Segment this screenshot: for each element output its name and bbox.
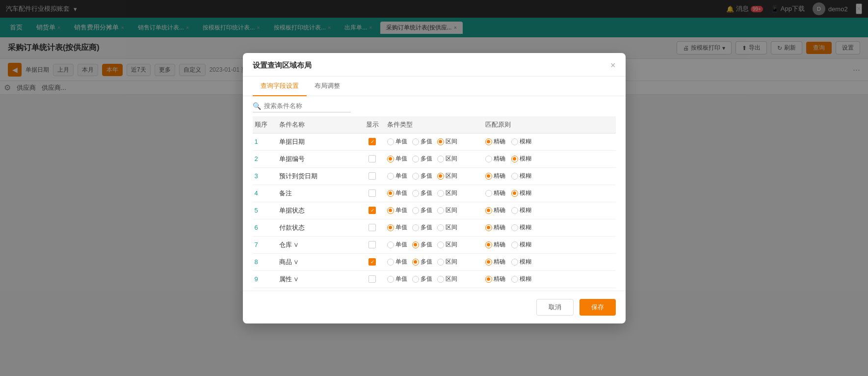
- row-name: 备注: [279, 189, 358, 198]
- condition-type-multi[interactable]: 多值: [412, 206, 432, 215]
- radio-circle-range: [437, 190, 444, 197]
- condition-type-multi[interactable]: 多值: [412, 189, 432, 197]
- condition-type-range[interactable]: 区间: [437, 155, 457, 163]
- table-row: 3预计到货日期单值多值区间精确模糊: [253, 168, 616, 185]
- match-rule-group: 精确模糊: [485, 241, 574, 249]
- match-rule-fuzzy[interactable]: 模糊: [511, 137, 531, 146]
- radio-circle-single: [387, 173, 394, 180]
- display-checkbox-wrap: [358, 224, 387, 231]
- match-rule-exact[interactable]: 精确: [485, 223, 505, 232]
- condition-type-single[interactable]: 单值: [387, 172, 407, 180]
- condition-type-single[interactable]: 单值: [387, 275, 407, 283]
- condition-type-group: 单值多值区间: [387, 241, 485, 249]
- match-rule-exact[interactable]: 精确: [485, 172, 505, 180]
- match-rule-exact[interactable]: 精确: [485, 206, 505, 215]
- row-name: 仓库 ∨: [279, 241, 358, 249]
- display-checkbox-wrap: [358, 258, 387, 266]
- display-checkbox-wrap: [358, 241, 387, 248]
- match-rule-exact[interactable]: 精确: [485, 241, 505, 249]
- radio-circle-range: [437, 156, 444, 162]
- match-circle-fuzzy: [511, 156, 518, 162]
- radio-circle-range: [437, 276, 444, 283]
- match-circle-fuzzy: [511, 190, 518, 197]
- display-checkbox[interactable]: [368, 258, 376, 266]
- match-rule-fuzzy[interactable]: 模糊: [511, 155, 531, 163]
- radio-circle-multi: [412, 138, 419, 145]
- radio-circle-range: [437, 173, 444, 180]
- match-circle-fuzzy: [511, 207, 518, 214]
- row-name: 单据日期: [279, 137, 358, 146]
- table-row: 5单据状态单值多值区间精确模糊: [253, 202, 616, 219]
- match-rule-exact[interactable]: 精确: [485, 275, 505, 283]
- row-order: 8: [255, 258, 279, 266]
- display-checkbox[interactable]: [368, 207, 376, 214]
- match-rule-exact[interactable]: 精确: [485, 258, 505, 266]
- condition-type-single[interactable]: 单值: [387, 189, 407, 197]
- condition-type-single[interactable]: 单值: [387, 223, 407, 232]
- display-checkbox[interactable]: [368, 155, 376, 162]
- condition-type-multi[interactable]: 多值: [412, 137, 432, 146]
- match-rule-exact[interactable]: 精确: [485, 155, 505, 163]
- radio-circle-multi: [412, 207, 419, 214]
- display-checkbox-wrap: [358, 172, 387, 180]
- condition-type-single[interactable]: 单值: [387, 155, 407, 163]
- condition-type-multi[interactable]: 多值: [412, 223, 432, 232]
- radio-circle-range: [437, 207, 444, 214]
- condition-type-range[interactable]: 区间: [437, 172, 457, 180]
- match-rule-fuzzy[interactable]: 模糊: [511, 189, 531, 197]
- row-name: 商品 ∨: [279, 258, 358, 267]
- match-rule-fuzzy[interactable]: 模糊: [511, 258, 531, 266]
- row-order: 9: [255, 275, 279, 283]
- condition-type-group: 单值多值区间: [387, 137, 485, 146]
- condition-type-range[interactable]: 区间: [437, 258, 457, 266]
- condition-type-multi[interactable]: 多值: [412, 172, 432, 180]
- tab-query-fields[interactable]: 查询字段设置: [253, 77, 307, 96]
- match-rule-fuzzy[interactable]: 模糊: [511, 241, 531, 249]
- match-rule-exact[interactable]: 精确: [485, 137, 505, 146]
- tab-layout-adjust[interactable]: 布局调整: [307, 77, 348, 96]
- condition-type-range[interactable]: 区间: [437, 241, 457, 249]
- condition-type-single[interactable]: 单值: [387, 258, 407, 266]
- condition-type-single[interactable]: 单值: [387, 206, 407, 215]
- row-order: 6: [255, 224, 279, 231]
- display-checkbox-wrap: [358, 275, 387, 283]
- row-order: 7: [255, 241, 279, 248]
- radio-circle-range: [437, 242, 444, 248]
- condition-type-range[interactable]: 区间: [437, 275, 457, 283]
- search-input[interactable]: [264, 102, 351, 109]
- display-checkbox[interactable]: [368, 172, 376, 180]
- radio-circle-single: [387, 276, 394, 283]
- modal-search-area: 🔍: [243, 96, 626, 116]
- match-rule-fuzzy[interactable]: 模糊: [511, 275, 531, 283]
- display-checkbox[interactable]: [368, 275, 376, 283]
- row-order: 1: [255, 138, 279, 145]
- condition-type-single[interactable]: 单值: [387, 241, 407, 249]
- display-checkbox[interactable]: [368, 224, 376, 231]
- match-rule-fuzzy[interactable]: 模糊: [511, 206, 531, 215]
- condition-type-multi[interactable]: 多值: [412, 258, 432, 266]
- match-rule-fuzzy[interactable]: 模糊: [511, 172, 531, 180]
- match-circle-fuzzy: [511, 242, 518, 248]
- condition-type-multi[interactable]: 多值: [412, 241, 432, 249]
- radio-circle-multi: [412, 276, 419, 283]
- match-rule-exact[interactable]: 精确: [485, 189, 505, 197]
- match-rule-group: 精确模糊: [485, 223, 574, 232]
- condition-type-multi[interactable]: 多值: [412, 155, 432, 163]
- modal-close-button[interactable]: ×: [610, 61, 616, 70]
- condition-type-range[interactable]: 区间: [437, 223, 457, 232]
- match-circle-exact: [485, 207, 492, 214]
- row-order: 2: [255, 155, 279, 162]
- display-checkbox[interactable]: [368, 189, 376, 197]
- match-rule-fuzzy[interactable]: 模糊: [511, 223, 531, 232]
- condition-type-range[interactable]: 区间: [437, 189, 457, 197]
- table-row: 4备注单值多值区间精确模糊: [253, 185, 616, 202]
- condition-type-multi[interactable]: 多值: [412, 275, 432, 283]
- condition-type-range[interactable]: 区间: [437, 206, 457, 215]
- display-checkbox[interactable]: [368, 241, 376, 248]
- display-checkbox[interactable]: [368, 138, 376, 145]
- condition-type-group: 单值多值区间: [387, 189, 485, 197]
- condition-type-single[interactable]: 单值: [387, 137, 407, 146]
- col-head-condition-type: 条件类型: [387, 120, 485, 129]
- table-body: 1单据日期单值多值区间精确模糊2单据编号单值多值区间精确模糊3预计到货日期单值多…: [253, 134, 616, 291]
- condition-type-range[interactable]: 区间: [437, 137, 457, 146]
